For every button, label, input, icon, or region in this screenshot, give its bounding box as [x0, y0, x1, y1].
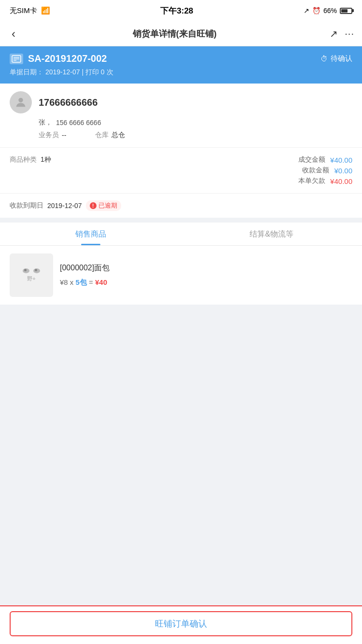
page-title: 销货单详情(来自旺铺) — [133, 28, 217, 40]
summary-left: 商品种类 1种 — [10, 155, 51, 164]
battery-percent: 66% — [323, 7, 337, 14]
tab-settlement-label: 结算&物流等 — [250, 230, 293, 238]
status-left: 无SIM卡 📶 — [10, 6, 50, 15]
received-amount-value: ¥0.00 — [334, 167, 352, 175]
order-date-value: 2019-12-07 — [45, 68, 80, 76]
warehouse-label: 仓库 — [95, 131, 109, 140]
product-total: ¥40 — [95, 278, 107, 286]
overdue-badge: ! 已逾期 — [86, 200, 121, 211]
order-header: SA-20191207-002 ⏱ 待确认 单据日期： 2019-12-07 |… — [0, 46, 362, 84]
outstanding-amount-value: ¥40.00 — [330, 177, 352, 185]
avatar — [10, 91, 32, 113]
customer-info: 17666666666 张， 156 6666 6666 业务员 -- 仓库 总… — [0, 84, 362, 147]
salesperson-value: -- — [62, 131, 66, 139]
product-thumbnail: 野+ — [10, 253, 53, 297]
outstanding-amount-label: 本单欠款 — [298, 177, 325, 185]
product-multiplier: x — [70, 278, 76, 286]
product-unit-price: ¥8 — [60, 278, 68, 286]
owl-eye-right — [33, 268, 40, 273]
product-name: [0000002]面包 — [60, 263, 352, 273]
confirm-order-button[interactable]: 旺铺订单确认 — [10, 611, 352, 636]
tabs-section: 销售商品 结算&物流等 野+ [0000002]面包 ¥8 — [0, 223, 362, 305]
status-right: ↗ ⏰ 66% — [304, 7, 352, 14]
order-date-label: 单据日期： — [10, 68, 43, 76]
status-time: 下午3:28 — [160, 5, 193, 16]
overdue-icon: ! — [90, 202, 97, 209]
product-list: 野+ [0000002]面包 ¥8 x 5包 = ¥40 — [0, 246, 362, 305]
transaction-amount-row: 成交金额 ¥40.00 — [298, 155, 352, 164]
customer-top: 17666666666 — [10, 91, 352, 113]
product-quantity: 5包 — [76, 278, 87, 286]
warehouse-meta: 仓库 总仓 — [95, 131, 125, 140]
customer-phone-secondary: 156 6666 6666 — [56, 119, 101, 126]
order-date-row: 单据日期： 2019-12-07 | 打印 0 次 — [10, 68, 352, 77]
order-id-text: SA-20191207-002 — [28, 53, 107, 64]
bottom-bar: 旺铺订单确认 — [0, 605, 362, 644]
product-info: [0000002]面包 ¥8 x 5包 = ¥40 — [60, 263, 352, 287]
order-print-unit: 次 — [107, 68, 113, 76]
product-types-value: 1种 — [41, 155, 51, 164]
tab-sales-products[interactable]: 销售商品 — [0, 223, 181, 245]
nav-actions: ↗ ··· — [330, 28, 354, 40]
received-amount-label: 收款金额 — [302, 166, 329, 175]
gray-area — [0, 305, 362, 401]
status-bar: 无SIM卡 📶 下午3:28 ↗ ⏰ 66% — [0, 0, 362, 21]
salesperson-label: 业务员 — [39, 131, 59, 140]
customer-meta: 业务员 -- 仓库 总仓 — [10, 131, 352, 140]
order-id-row: SA-20191207-002 — [10, 53, 107, 64]
order-doc-icon — [10, 54, 23, 64]
overdue-text: 已逾期 — [98, 201, 117, 210]
battery-fill — [341, 9, 348, 13]
due-date-label: 收款到期日 — [10, 201, 43, 210]
battery-icon — [340, 8, 352, 14]
carrier-text: 无SIM卡 — [10, 6, 37, 15]
location-icon: ↗ — [304, 7, 309, 14]
table-row: 野+ [0000002]面包 ¥8 x 5包 = ¥40 — [0, 246, 362, 305]
clock-icon: ⏱ — [320, 55, 328, 63]
warehouse-value: 总仓 — [111, 131, 125, 140]
tabs-row: 销售商品 结算&物流等 — [0, 223, 362, 246]
customer-name-row: 张， 156 6666 6666 — [10, 118, 352, 127]
product-logo: 野+ — [23, 268, 40, 282]
product-equals: = — [89, 278, 95, 286]
owl-text-label: 野+ — [27, 275, 35, 282]
customer-phone-main: 17666666666 — [39, 97, 97, 108]
owl-eyes-icon — [23, 268, 40, 273]
alarm-icon: ⏰ — [312, 7, 320, 14]
transaction-amount-value: ¥40.00 — [330, 156, 352, 164]
svg-point-4 — [18, 98, 23, 102]
tab-settlement-logistics[interactable]: 结算&物流等 — [181, 223, 362, 245]
summary-right: 成交金额 ¥40.00 收款金额 ¥0.00 本单欠款 ¥40.00 — [298, 155, 352, 185]
nav-bar: ‹ 销货单详情(来自旺铺) ↗ ··· — [0, 21, 362, 46]
wifi-icon: 📶 — [41, 6, 50, 15]
order-status: ⏱ 待确认 — [320, 54, 352, 63]
order-header-top: SA-20191207-002 ⏱ 待确认 — [10, 53, 352, 64]
order-print-count: 0 — [101, 68, 105, 76]
product-price-row: ¥8 x 5包 = ¥40 — [60, 278, 352, 287]
due-date-value: 2019-12-07 — [47, 202, 82, 210]
transaction-amount-label: 成交金额 — [298, 155, 325, 164]
customer-section: 17666666666 张， 156 6666 6666 业务员 -- 仓库 总… — [0, 84, 362, 218]
due-date-section: 收款到期日 2019-12-07 ! 已逾期 — [0, 194, 362, 218]
tab-sales-products-label: 销售商品 — [75, 230, 106, 238]
salesperson-meta: 业务员 -- — [39, 131, 66, 140]
back-button[interactable]: ‹ — [8, 25, 19, 42]
share-icon[interactable]: ↗ — [330, 28, 338, 40]
more-icon[interactable]: ··· — [345, 28, 354, 39]
customer-name: 张， — [39, 118, 52, 127]
product-types-label: 商品种类 — [10, 155, 37, 164]
order-status-text: 待确认 — [331, 54, 352, 63]
order-print-label: | 打印 — [82, 68, 100, 76]
confirm-order-label: 旺铺订单确认 — [155, 618, 207, 630]
outstanding-amount-row: 本单欠款 ¥40.00 — [298, 177, 352, 185]
summary-section: 商品种类 1种 成交金额 ¥40.00 收款金额 ¥0.00 本单欠款 ¥40.… — [0, 148, 362, 193]
summary-row: 商品种类 1种 成交金额 ¥40.00 收款金额 ¥0.00 本单欠款 ¥40.… — [10, 155, 352, 185]
owl-eye-left — [23, 268, 29, 273]
received-amount-row: 收款金额 ¥0.00 — [302, 166, 352, 175]
